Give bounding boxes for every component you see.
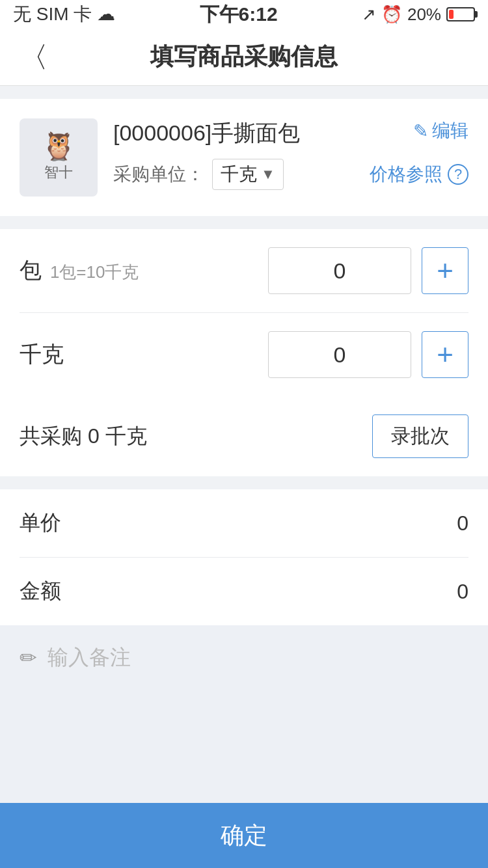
bao-section: 包 1包=10千克 0 + 千克 0 +: [0, 229, 488, 396]
unit-selector-wrap: 采购单位： 千克 ▼: [113, 159, 284, 190]
jine-label: 金额: [20, 577, 61, 606]
battery-percent: 20%: [407, 5, 441, 25]
kg-field-wrap: 0 +: [77, 331, 468, 378]
confirm-button[interactable]: 确定: [0, 803, 488, 868]
kg-label: 千克: [20, 342, 64, 366]
battery-icon: [446, 7, 475, 21]
nav-bar: 〈 填写商品采购信息: [0, 29, 488, 86]
notes-section[interactable]: ✏ 输入备注: [0, 625, 488, 690]
location-icon: ↗: [362, 5, 376, 25]
kg-label-wrap: 千克: [20, 340, 64, 370]
plus-icon: +: [437, 254, 454, 287]
product-img-label: 智十: [44, 163, 73, 182]
danjia-value: 0: [457, 511, 468, 536]
edit-icon: ✎: [413, 120, 428, 142]
total-row: 共采购 0 千克 录批次: [0, 396, 488, 476]
back-button[interactable]: 〈: [20, 36, 55, 78]
pencil-icon: ✏: [20, 645, 37, 670]
bao-label: 包: [20, 258, 42, 282]
separator-1: [0, 86, 488, 99]
bao-field-wrap: 0 +: [152, 247, 468, 294]
bao-input[interactable]: 0: [268, 247, 411, 294]
price-ref-button[interactable]: 价格参照 ?: [370, 162, 468, 187]
separator-3: [0, 476, 488, 489]
product-image: 🦉 智十: [20, 118, 98, 197]
no-sim-label: 无 SIM 卡 ☁: [13, 2, 115, 27]
danjia-label: 单价: [20, 509, 61, 537]
danjia-row: 单价 0: [0, 489, 488, 557]
product-card: 🦉 智十 [0000006]手撕面包 采购单位： 千克 ▼ 价格参照 ? ✎ 编…: [0, 99, 488, 216]
status-bar: 无 SIM 卡 ☁ 下午6:12 ↗ ⏰ 20%: [0, 0, 488, 29]
bao-label-wrap: 包 1包=10千克: [20, 256, 139, 286]
edit-link[interactable]: ✎ 编辑: [413, 118, 468, 143]
batch-label: 录批次: [391, 425, 450, 446]
unit-label: 采购单位：: [113, 162, 204, 187]
bao-sublabel: 1包=10千克: [50, 262, 139, 282]
question-icon: ?: [448, 164, 468, 185]
bao-plus-button[interactable]: +: [422, 247, 468, 294]
status-time: 下午6:12: [200, 1, 278, 28]
kg-plus-button[interactable]: +: [422, 331, 468, 378]
total-label: 共采购 0 千克: [20, 422, 147, 451]
kg-input[interactable]: 0: [268, 331, 411, 378]
status-left: 无 SIM 卡 ☁: [13, 2, 115, 27]
price-info-section: 单价 0 金额 0: [0, 489, 488, 625]
separator-2: [0, 216, 488, 229]
edit-label: 编辑: [432, 118, 468, 143]
jine-row: 金额 0: [0, 558, 488, 625]
bao-input-row: 包 1包=10千克 0 +: [0, 229, 488, 312]
unit-value: 千克: [221, 162, 257, 187]
alarm-icon: ⏰: [381, 5, 402, 25]
bao-value: 0: [334, 258, 346, 284]
product-meta: 采购单位： 千克 ▼ 价格参照 ?: [113, 159, 468, 190]
confirm-label: 确定: [221, 820, 267, 852]
chevron-down-icon: ▼: [261, 166, 275, 183]
jine-value: 0: [457, 580, 468, 604]
kg-plus-icon: +: [437, 338, 454, 371]
unit-select[interactable]: 千克 ▼: [212, 159, 284, 190]
product-owl-icon: 🦉: [42, 133, 75, 160]
status-right: ↗ ⏰ 20%: [362, 5, 475, 25]
kg-value: 0: [334, 342, 346, 368]
notes-placeholder: 输入备注: [47, 644, 131, 672]
page-title: 填写商品采购信息: [150, 41, 338, 73]
batch-button[interactable]: 录批次: [372, 414, 468, 458]
kg-input-row: 千克 0 +: [0, 313, 488, 396]
price-ref-label: 价格参照: [370, 162, 442, 187]
